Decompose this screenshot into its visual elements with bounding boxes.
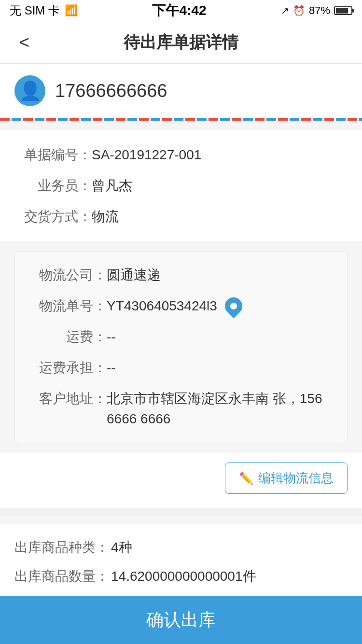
freight-label: 运费： xyxy=(29,327,107,347)
carrier-text: 无 SIM 卡 xyxy=(10,3,60,18)
tracking-number: YT43064053424l3 xyxy=(107,296,217,316)
wifi-icon: 📶 xyxy=(65,4,78,17)
logistics-company-label: 物流公司： xyxy=(29,265,107,285)
product-quantity-row: 出库商品数量： 14.620000000000001件 xyxy=(14,567,348,586)
delivery-row: 交货方式： 物流 xyxy=(14,207,348,227)
agent-value: 曾凡杰 xyxy=(92,176,348,196)
battery-indicator xyxy=(334,6,352,15)
order-info-section: 单据编号： SA-20191227-001 业务员： 曾凡杰 交货方式： 物流 xyxy=(0,130,362,241)
nav-bar: < 待出库单据详情 xyxy=(0,21,362,64)
product-quantity-value: 14.620000000000001件 xyxy=(111,567,256,586)
freight-bearer-value: -- xyxy=(107,358,333,378)
section-divider xyxy=(0,508,362,516)
gps-icon: ↗ xyxy=(281,5,289,16)
dashed-divider xyxy=(0,118,362,121)
product-type-label: 出库商品种类： xyxy=(14,538,111,557)
edit-btn-container: ✏️ 编辑物流信息 xyxy=(0,453,362,508)
freight-bearer-row: 运费承担： -- xyxy=(29,358,333,378)
edit-btn-label: 编辑物流信息 xyxy=(258,470,334,487)
delivery-value: 物流 xyxy=(92,207,348,227)
agent-row: 业务员： 曾凡杰 xyxy=(14,176,348,196)
product-quantity-label: 出库商品数量： xyxy=(14,567,111,586)
edit-logistics-button[interactable]: ✏️ 编辑物流信息 xyxy=(225,462,348,494)
battery-tip xyxy=(352,9,354,13)
status-right: ↗ ⏰ 87% xyxy=(281,4,352,17)
tracking-container: YT43064053424l3 xyxy=(107,296,242,316)
battery-percent: 87% xyxy=(309,4,330,17)
edit-icon: ✏️ xyxy=(239,472,253,485)
customer-phone: 17666666666 xyxy=(55,81,167,101)
confirm-button[interactable]: 确认出库 xyxy=(0,596,362,644)
battery-fill xyxy=(336,8,348,14)
status-bar: 无 SIM 卡 📶 下午4:42 ↗ ⏰ 87% xyxy=(0,0,362,21)
person-icon: 👤 xyxy=(19,80,42,101)
logistics-company-value: 圆通速递 xyxy=(107,265,333,285)
logistics-company-row: 物流公司： 圆通速递 xyxy=(29,265,333,285)
product-type-row: 出库商品种类： 4种 xyxy=(14,538,348,557)
tracking-row: 物流单号： YT43064053424l3 xyxy=(29,296,333,316)
back-button[interactable]: < xyxy=(14,28,34,57)
alarm-icon: ⏰ xyxy=(293,5,305,16)
avatar: 👤 xyxy=(14,75,45,106)
address-value: 北京市市辖区海淀区永丰南 张，156 6666 6666 xyxy=(107,389,333,429)
agent-label: 业务员： xyxy=(14,176,92,196)
delivery-label: 交货方式： xyxy=(14,207,92,227)
status-left: 无 SIM 卡 📶 xyxy=(10,3,78,18)
product-section: 出库商品种类： 4种 出库商品数量： 14.620000000000001件 xyxy=(0,524,362,600)
customer-section: 👤 17666666666 xyxy=(0,64,362,118)
page-title: 待出库单据详情 xyxy=(124,31,238,54)
doc-number-value: SA-20191227-001 xyxy=(92,145,348,165)
location-pin-icon[interactable] xyxy=(221,294,246,319)
logistics-card: 物流公司： 圆通速递 物流单号： YT43064053424l3 运费： -- … xyxy=(14,251,348,443)
doc-number-label: 单据编号： xyxy=(14,145,92,165)
doc-number-row: 单据编号： SA-20191227-001 xyxy=(14,145,348,165)
status-time: 下午4:42 xyxy=(152,1,206,20)
address-row: 客户地址： 北京市市辖区海淀区永丰南 张，156 6666 6666 xyxy=(29,389,333,429)
address-label: 客户地址： xyxy=(29,389,107,409)
freight-bearer-label: 运费承担： xyxy=(29,358,107,378)
freight-value: -- xyxy=(107,327,333,347)
freight-row: 运费： -- xyxy=(29,327,333,347)
product-type-value: 4种 xyxy=(111,538,132,557)
tracking-label: 物流单号： xyxy=(29,296,107,316)
